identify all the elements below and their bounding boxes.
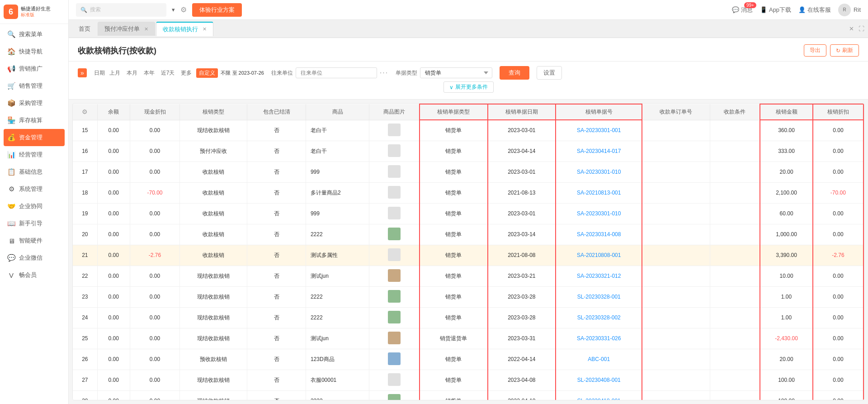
tab-collection[interactable]: 收款核销执行 ✕ [156, 22, 213, 36]
date-opt-custom[interactable]: 自定义 [196, 68, 218, 78]
date-opt-7days[interactable]: 近7天 [159, 68, 177, 78]
td-order-no [642, 162, 710, 182]
td-bill-no[interactable]: SA-20230301-010 [556, 203, 642, 224]
td-bill-no[interactable]: SA-20230301-001 [556, 120, 642, 141]
tab-home[interactable]: 首页 [72, 22, 97, 36]
td-order-no [642, 390, 710, 400]
td-bill-no[interactable]: SL-20230408-001 [556, 370, 642, 390]
td-product: 999 [306, 203, 369, 224]
sidebar-item-member[interactable]: V畅会员 [0, 266, 68, 284]
td-id: 28 [73, 390, 97, 400]
td-bill-no[interactable]: SA-20230414-017 [556, 141, 642, 162]
td-bill-type: 销货单 [420, 141, 488, 162]
td-type: 现结收款核销 [180, 286, 247, 307]
th-gear[interactable]: ⚙ [73, 104, 97, 120]
sidebar-item-search[interactable]: 🔍搜索菜单 [0, 26, 68, 43]
partner-input[interactable] [296, 67, 377, 78]
td-balance: 0.00 [97, 328, 130, 349]
td-balance: 0.00 [97, 370, 130, 390]
sidebar-item-shortcut[interactable]: 🏠快捷导航 [0, 43, 68, 60]
th-discount: 核销折扣 [813, 104, 863, 120]
sidebar-item-wechat[interactable]: 💬企业微信 [0, 249, 68, 266]
sidebar-item-label-member: 畅会员 [19, 271, 37, 279]
date-opt-more[interactable]: 更多 [179, 68, 193, 78]
td-id: 26 [73, 349, 97, 370]
app-name: 畅捷通好生意 [21, 5, 51, 12]
td-type: 现结收款核销 [180, 266, 247, 286]
settings-icon[interactable]: ⚙ [180, 5, 187, 14]
td-bill-no[interactable]: SA-20210808-001 [556, 245, 642, 266]
query-btn[interactable]: 查询 [500, 66, 529, 80]
close-window-icon[interactable]: ✕ [849, 25, 854, 32]
td-bill-type: 销货单 [420, 370, 488, 390]
username: Rit [854, 6, 861, 13]
td-closed: 否 [247, 328, 306, 349]
filter-expand-icon[interactable]: » [78, 68, 87, 77]
product-image [388, 144, 401, 157]
main-area: 🔍 搜索 ▾ ⚙ 体验行业方案 💬 消息 99+ 📱 App下载 👤 在线客服 … [69, 0, 868, 404]
td-bill-no[interactable]: SL-20230328-001 [556, 286, 642, 307]
td-pay-cond [710, 203, 760, 224]
td-cash-discount: 0.00 [130, 141, 179, 162]
industry-btn[interactable]: 体验行业方案 [192, 3, 242, 17]
td-bill-no[interactable]: SA-20230321-012 [556, 266, 642, 286]
th-balance: 余额 [97, 104, 130, 120]
td-discount: 0.00 [813, 141, 863, 162]
sidebar-item-company[interactable]: 🤝企业协同 [0, 198, 68, 215]
td-cash-discount: 0.00 [130, 390, 179, 400]
td-amount: 2,100.00 [760, 182, 812, 203]
refresh-btn[interactable]: ↻ 刷新 [830, 44, 859, 57]
topbar-search-box[interactable]: 🔍 搜索 [76, 3, 166, 17]
sidebar-item-guide[interactable]: 📖新手引导 [0, 215, 68, 232]
td-bill-no[interactable]: SL-20230418-001 [556, 390, 642, 400]
table-row: 24 0.00 0.00 现结收款核销 否 2222 销货单 2023-03-2… [73, 307, 863, 328]
date-opt-this-month[interactable]: 本月 [125, 68, 139, 78]
td-bill-no[interactable]: SA-20230301-010 [556, 162, 642, 182]
td-bill-no[interactable]: ABC-001 [556, 349, 642, 370]
tab-prepay[interactable]: 预付冲应付单 ✕ [98, 22, 155, 36]
partner-filter-group: 往来单位 ··· [271, 67, 388, 78]
column-settings-btn[interactable]: ⚙ [82, 108, 88, 115]
sidebar-item-hardware[interactable]: 🖥智能硬件 [0, 232, 68, 249]
filter-settings-btn[interactable]: 设置 [537, 66, 562, 80]
messages-icon[interactable]: 💬 消息 99+ [732, 6, 753, 14]
td-bill-date: 2023-04-14 [488, 141, 556, 162]
sidebar-item-sales[interactable]: 🛒销售管理 [0, 77, 68, 95]
system-icon: ⚙ [7, 185, 15, 193]
restore-window-icon[interactable]: ⛶ [859, 25, 864, 32]
table-header: ⚙ 余额 现金折扣 核销类型 包含已结清 商品 商品图片 核销单据类型 核销单据… [73, 104, 863, 120]
product-image [388, 186, 401, 199]
search-icon: 🔍 [80, 7, 87, 13]
online-service-label: 在线客服 [807, 6, 831, 14]
sidebar-item-basic[interactable]: 📋基础信息 [0, 163, 68, 181]
td-bill-no[interactable]: SA-20230331-026 [556, 328, 642, 349]
date-opt-this-year[interactable]: 本年 [142, 68, 156, 78]
app-download-label: App下载 [769, 6, 791, 14]
date-range-text: 不限 至 2023-07-26 [221, 70, 264, 76]
sidebar-item-finance[interactable]: 💰资金管理 [4, 129, 65, 146]
tab-prepay-close[interactable]: ✕ [144, 26, 148, 32]
partner-dots[interactable]: ··· [380, 69, 388, 77]
topbar-dropdown[interactable]: ▾ [172, 6, 175, 13]
expand-more-btn[interactable]: ∨ 展开更多条件 [443, 81, 494, 93]
td-pay-cond [710, 120, 760, 141]
td-pay-cond [710, 390, 760, 400]
sidebar-item-system[interactable]: ⚙系统管理 [0, 181, 68, 198]
date-opt-last-month[interactable]: 上月 [108, 68, 122, 78]
th-pay-cond: 收款条件 [710, 104, 760, 120]
sidebar-item-operations[interactable]: 📊经营管理 [0, 146, 68, 163]
td-bill-no[interactable]: SA-20210813-001 [556, 182, 642, 203]
tab-collection-close[interactable]: ✕ [203, 26, 207, 32]
export-btn[interactable]: 导出 [804, 44, 826, 57]
product-image [388, 165, 401, 178]
online-service-btn[interactable]: 👤 在线客服 [798, 6, 831, 14]
user-area[interactable]: R Rit [838, 4, 861, 16]
sidebar-item-marketing[interactable]: 📢营销推广 [0, 60, 68, 77]
date-filter-group: 日期 上月 本月 本年 近7天 更多 自定义 不限 至 2023-07-26 [94, 68, 264, 78]
sidebar-item-inventory[interactable]: 🏪库存核算 [0, 112, 68, 129]
app-download-btn[interactable]: 📱 App下载 [760, 6, 791, 14]
td-bill-no[interactable]: SL-20230328-002 [556, 307, 642, 328]
td-bill-no[interactable]: SA-20230314-008 [556, 224, 642, 245]
sidebar-item-purchase[interactable]: 📦采购管理 [0, 95, 68, 112]
bill-type-select[interactable]: 销货单 销货退货单 [420, 67, 492, 78]
